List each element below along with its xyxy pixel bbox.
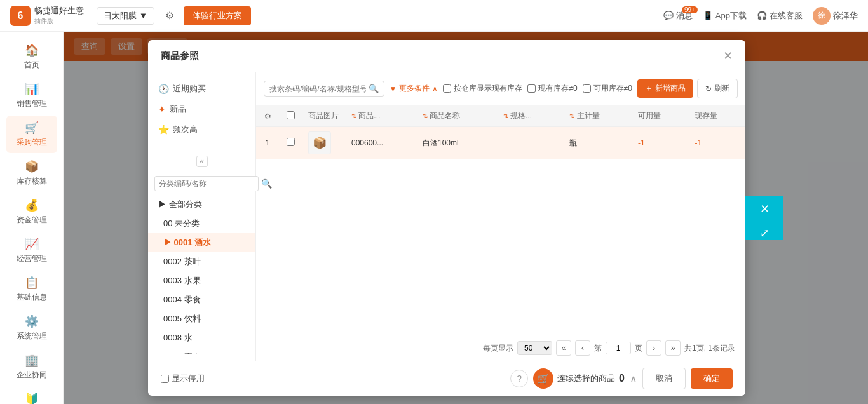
more-filter-btn[interactable]: ▼ 更多条件 ∧ [390,83,438,94]
cancel-btn[interactable]: 取消 [642,368,686,389]
category-0010[interactable]: 0010 家电 [148,347,255,354]
category-0004[interactable]: 0004 零食 [148,290,255,309]
sidebar-item-home[interactable]: 🏠 首页 [6,38,57,76]
modal-body: 🕐 近期购买 ✦ 新品 ⭐ 频次高 [148,72,745,361]
product-table: ⚙ 商品图片 ⇅ 商品... [256,105,745,159]
th-check [279,105,302,127]
cart-icon[interactable]: 🛒 [533,368,553,389]
modal-left-nav: 🕐 近期购买 ✦ 新品 ⭐ 频次高 [148,79,255,145]
select-all-checkbox[interactable] [287,111,295,119]
sort-unit-icon[interactable]: ⇅ [569,112,574,119]
check-warehouse[interactable] [443,84,451,93]
product-search-input[interactable] [269,84,366,93]
filter-label: 更多条件 [399,83,430,94]
frequent-item[interactable]: ⭐ 频次高 [148,119,255,140]
modal-close-btn[interactable]: ✕ [723,49,733,63]
page-prev-btn[interactable]: ‹ [575,340,590,356]
category-0002[interactable]: 0002 茶叶 [148,252,255,271]
confirm-btn[interactable]: 确定 [691,368,733,389]
sidebar-item-enterprise[interactable]: 🏢 企业协同 [6,348,57,386]
main-content: 查询 设置 C 刷新 商品参照 ✕ 🕐 [64,32,868,404]
new-product-item[interactable]: ✦ 新品 [148,99,255,119]
show-disabled-checkbox[interactable] [161,375,169,383]
category-0001[interactable]: ▶ 0001 酒水 [148,233,255,252]
category-all[interactable]: ▶ 全部分类 [148,195,255,214]
user-area[interactable]: 徐 徐泽华 [813,7,858,25]
sidebar-item-system[interactable]: ⚙️ 系统管理 [6,309,57,347]
add-product-btn[interactable]: ＋ 新增商品 [637,79,693,98]
check-stock-nonzero-label[interactable]: 现有库存≠0 [527,83,577,94]
td-row-name: 白酒100ml [416,127,497,159]
teal-close-icon: ✕ [760,202,770,216]
sort-code-icon[interactable]: ⇅ [351,112,356,119]
sidebar-item-finance[interactable]: 💰 资金管理 [6,193,57,231]
finance-icon: 💰 [25,198,39,212]
sidebar-label-system: 系统管理 [17,331,47,342]
sidebar-item-guide[interactable]: 🔰 新手引导 [6,387,57,404]
recent-purchase-item[interactable]: 🕐 近期购买 [148,79,255,99]
total-info: 共1页, 1条记录 [684,343,735,354]
plus-icon: ＋ [645,83,653,94]
category-0008[interactable]: 0008 水 [148,328,255,347]
sidebar-item-sales[interactable]: 📊 销售管理 [6,77,57,114]
sales-icon: 📊 [25,82,39,96]
help-btn[interactable]: ? [510,370,528,387]
teal-close-btn[interactable]: ✕ [760,202,770,216]
table-row[interactable]: 1 📦 000600... 白酒100ml [256,127,745,159]
sidebar-label-enterprise: 企业协同 [17,370,47,380]
collapse-footer-btn[interactable]: ∧ [630,373,637,385]
page-last-btn[interactable]: » [665,340,681,356]
footer-cart-area: 🛒 连续选择的商品 0 [533,368,625,389]
sidebar-label-finance: 资金管理 [17,215,47,226]
logo-icon: 6 [10,6,31,26]
sort-spec-icon[interactable]: ⇅ [503,112,508,119]
logo-sub: 插件版 [34,17,84,25]
operation-icon: 📈 [25,237,39,251]
nav-selector[interactable]: 日太阳膜 ▼ [97,7,154,25]
refresh-btn[interactable]: ↻ 刷新 [697,79,738,98]
avatar: 徐 [813,7,831,25]
frequent-label: 频次高 [173,124,198,135]
online-service-btn[interactable]: 🎧 在线客服 [757,10,803,22]
phone-icon: 📱 [703,11,713,20]
sidebar-item-operation[interactable]: 📈 经营管理 [6,232,57,269]
per-page-select[interactable]: 50 100 [517,341,552,355]
show-disabled-label[interactable]: 显示停用 [161,373,205,384]
teal-expand-btn[interactable]: ⤢ [760,226,770,240]
check-stock-nonzero[interactable] [527,84,536,93]
table-header-row: ⚙ 商品图片 ⇅ 商品... [256,105,745,127]
td-row-no: 1 [256,127,279,159]
refresh-label: 刷新 [714,83,729,94]
modal-pagination: 每页显示 50 100 « ‹ 第 页 › » 共 [256,335,745,361]
category-search-input[interactable] [154,176,259,191]
logo-title: 畅捷通好生意 [34,6,84,17]
check-available-nonzero[interactable] [583,84,591,93]
sidebar-label-basic: 基础信息 [17,292,47,303]
sort-name-icon[interactable]: ⇅ [423,112,428,119]
category-0005[interactable]: 0005 饮料 [148,309,255,328]
sidebar-item-basic[interactable]: 📋 基础信息 [6,271,57,308]
category-00[interactable]: 00 未分类 [148,214,255,233]
category-0003[interactable]: 0003 水果 [148,271,255,290]
basic-icon: 📋 [25,276,39,290]
page-number-input[interactable] [606,342,631,354]
page-next-btn[interactable]: › [646,340,661,356]
toolbar-right: ＋ 新增商品 ↻ 刷新 [637,79,738,98]
page-first-btn[interactable]: « [556,340,571,356]
sidebar-item-purchase[interactable]: 🛒 采购管理 [6,116,57,153]
continuous-label: 连续选择的商品 [557,373,615,384]
modal-toolbar: 🔍 ▼ 更多条件 ∧ 按仓库显示现有库存 [256,72,745,105]
check-available-nonzero-label[interactable]: 可用库存≠0 [583,83,632,94]
message-btn[interactable]: 💬 消息 99+ [663,10,693,22]
app-download-btn[interactable]: 📱 App下载 [703,10,747,22]
collapse-left-btn[interactable]: « [196,156,208,167]
row-checkbox[interactable] [287,138,295,146]
modal-title: 商品参照 [161,50,199,62]
headset-icon: 🎧 [757,11,767,20]
product-search-icon[interactable]: 🔍 [369,84,379,93]
settings-icon[interactable]: ⚙ [161,7,179,25]
td-row-stock: -1 [688,127,745,159]
check-warehouse-label[interactable]: 按仓库显示现有库存 [443,83,522,94]
experience-btn[interactable]: 体验行业方案 [184,6,251,25]
sidebar-item-inventory[interactable]: 📦 库存核算 [6,154,57,192]
